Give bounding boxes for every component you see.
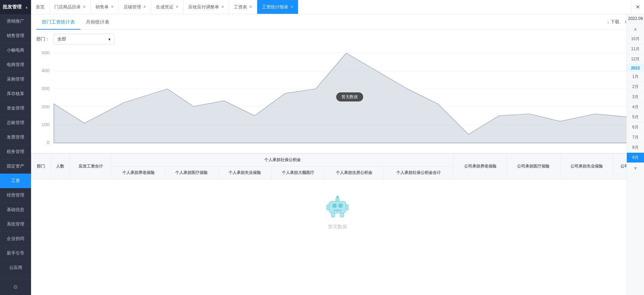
sidebar-item-发票管理[interactable]: 发票管理 (0, 130, 31, 145)
svg-rect-21 (346, 205, 348, 210)
sidebar-header-label: 批发管理 (3, 4, 22, 10)
col-company-unemp: 公司承担失业保险 (560, 154, 613, 179)
tab-首页[interactable]: 首页 (31, 0, 50, 14)
sidebar-header[interactable]: 批发管理 ▲ (0, 0, 31, 14)
sidebar-item-工资[interactable]: 工资 (0, 174, 31, 188)
filter-row: 部门： 全部 ▾ (31, 30, 644, 49)
tab-close-icon[interactable]: ✕ (111, 5, 114, 9)
col-group-personal-insurance: 个人承担社保公积金 (112, 154, 454, 167)
data-table: 部门 人数 应发工资合计 个人承担社保公积金 公司承担养老保险 公司承担医疗保险… (31, 153, 644, 179)
dept-filter-select[interactable]: 全部 ▾ (54, 34, 114, 45)
tab-close-icon[interactable]: ✕ (249, 5, 252, 9)
sub-tab-group: 部门工资统计表 月份统计表 (36, 14, 115, 29)
sidebar-item-经营管理[interactable]: 经营管理 (0, 188, 31, 203)
col-personal-big-med: 个人承担大额医疗 (271, 167, 325, 179)
sidebar: 批发管理 ▲ 营销推广销售管理小畅电商电商管理采购管理库存核算资金管理总账管理发… (0, 0, 31, 295)
tab-close-icon[interactable]: ✕ (221, 5, 224, 9)
tab-close-icon[interactable]: ✕ (143, 5, 146, 9)
tab-close-icon[interactable]: ✕ (176, 5, 179, 9)
empty-state: 暂无数据 (31, 179, 644, 243)
sidebar-item-基础信息[interactable]: 基础信息 (0, 203, 31, 217)
empty-robot-icon (324, 193, 351, 220)
sidebar-item-总账管理[interactable]: 总账管理 (0, 116, 31, 130)
date-month-6[interactable]: 6月 (627, 122, 644, 132)
tab-生成凭证[interactable]: 生成凭证✕ (151, 0, 184, 14)
sidebar-item-营销推广[interactable]: 营销推广 (0, 14, 31, 29)
sidebar-item-云应用[interactable]: 云应用 (0, 261, 31, 275)
date-month-9-active[interactable]: 9月 (627, 153, 644, 163)
tab-工资统计报表[interactable]: 工资统计报表✕ (257, 0, 298, 14)
tab-工资表[interactable]: 工资表✕ (229, 0, 257, 14)
sidebar-item-税务管理[interactable]: 税务管理 (0, 145, 31, 159)
svg-rect-14 (332, 204, 337, 208)
tab-close-icon[interactable]: ✕ (290, 5, 293, 9)
dept-filter-value: 全部 (57, 36, 66, 42)
tab-应收应付调整单[interactable]: 应收应付调整单✕ (184, 0, 229, 14)
data-table-container[interactable]: 部门 人数 应发工资合计 个人承担社保公积金 公司承担养老保险 公司承担医疗保险… (31, 153, 644, 295)
sidebar-item-销售管理[interactable]: 销售管理 (0, 29, 31, 43)
chart-tooltip: 暂无数据 (336, 92, 363, 101)
date-panel-header: 2022.09 (627, 14, 644, 23)
date-month-3[interactable]: 3月 (627, 92, 644, 102)
tab-dept-stats[interactable]: 部门工资统计表 (36, 14, 80, 30)
svg-rect-13 (329, 201, 346, 213)
svg-text:400: 400 (42, 68, 50, 73)
col-personal-total: 个人承担社保公积金合计 (383, 167, 454, 179)
svg-rect-16 (333, 210, 342, 211)
tab-bar: 首页门店商品目录✕销售单✕店铺管理✕生成凭证✕应收应付调整单✕工资表✕工资统计报… (31, 0, 644, 14)
tab-销售单[interactable]: 销售单✕ (91, 0, 119, 14)
date-month-12[interactable]: 12月 (627, 54, 644, 64)
date-month-1[interactable]: 1月 (627, 72, 644, 82)
date-month-2[interactable]: 2月 (627, 82, 644, 92)
sidebar-item-固定资产[interactable]: 固定资产 (0, 159, 31, 174)
svg-text:0: 0 (47, 140, 50, 145)
main-area: 首页门店商品目录✕销售单✕店铺管理✕生成凭证✕应收应付调整单✕工资表✕工资统计报… (31, 0, 644, 295)
settings-icon[interactable]: ⚙ (0, 279, 31, 295)
tab-month-stats[interactable]: 月份统计表 (80, 14, 115, 30)
col-personal-old: 个人承担养老保险 (112, 167, 165, 179)
svg-text:200: 200 (42, 105, 50, 109)
download-button[interactable]: ↓ 下载 (607, 19, 620, 25)
date-month-10[interactable]: 10月 (627, 34, 644, 44)
close-all-tabs-button[interactable]: ✕ (631, 0, 644, 14)
chart-area: 500 400 300 200 100 0 暂无数据 (31, 49, 644, 153)
svg-text:300: 300 (42, 86, 50, 91)
empty-text: 暂无数据 (328, 224, 347, 230)
sub-tab-bar: 部门工资统计表 月份统计表 ↓ 下载 ↺ 刷新 (31, 14, 644, 30)
sidebar-item-采购管理[interactable]: 采购管理 (0, 72, 31, 87)
date-month-5[interactable]: 5月 (627, 112, 644, 122)
sidebar-item-新手引导[interactable]: 新手引导 (0, 246, 31, 261)
date-month-4[interactable]: 4月 (627, 102, 644, 112)
svg-text:100: 100 (42, 122, 50, 127)
chevron-down-icon: ▾ (108, 37, 111, 42)
svg-rect-20 (327, 205, 329, 210)
date-nav-up[interactable]: ▲ (631, 24, 640, 33)
date-month-7[interactable]: 7月 (627, 132, 644, 143)
col-dept: 部门 (31, 154, 51, 179)
dept-filter-label: 部门： (36, 36, 50, 42)
page-content: 部门工资统计表 月份统计表 ↓ 下载 ↺ 刷新 部门： 全部 ▾ (31, 14, 644, 295)
col-personal-unemp: 个人承担失业保险 (218, 167, 271, 179)
sidebar-item-库存核算[interactable]: 库存核算 (0, 87, 31, 101)
tab-门店商品目录[interactable]: 门店商品目录✕ (50, 0, 91, 14)
sidebar-item-电商管理[interactable]: 电商管理 (0, 58, 31, 72)
date-month-8[interactable]: 8月 (627, 143, 644, 153)
tab-店铺管理[interactable]: 店铺管理✕ (119, 0, 151, 14)
date-nav-down[interactable]: ▼ (631, 164, 640, 173)
download-icon: ↓ (607, 19, 610, 24)
col-personal-house: 个人承担住房公积金 (325, 167, 383, 179)
date-panel: 2022.09 ▲ 10月 11月 12月 2022 1月 2月 3月 4月 5… (626, 14, 644, 295)
tab-close-icon[interactable]: ✕ (83, 5, 86, 9)
col-company-old: 公司承担养老保险 (454, 154, 507, 179)
sidebar-item-小畅电商[interactable]: 小畅电商 (0, 43, 31, 58)
sidebar-collapse-icon: ▲ (25, 5, 28, 9)
svg-rect-23 (340, 213, 344, 217)
sidebar-item-系统管理[interactable]: 系统管理 (0, 217, 31, 232)
sidebar-item-资金管理[interactable]: 资金管理 (0, 101, 31, 116)
date-year-label: 2022 (627, 64, 644, 72)
date-month-11[interactable]: 11月 (627, 44, 644, 54)
sidebar-item-企业协同[interactable]: 企业协同 (0, 232, 31, 246)
svg-rect-15 (339, 204, 343, 208)
svg-point-19 (337, 196, 339, 198)
col-total-salary: 应发工资合计 (70, 154, 112, 179)
